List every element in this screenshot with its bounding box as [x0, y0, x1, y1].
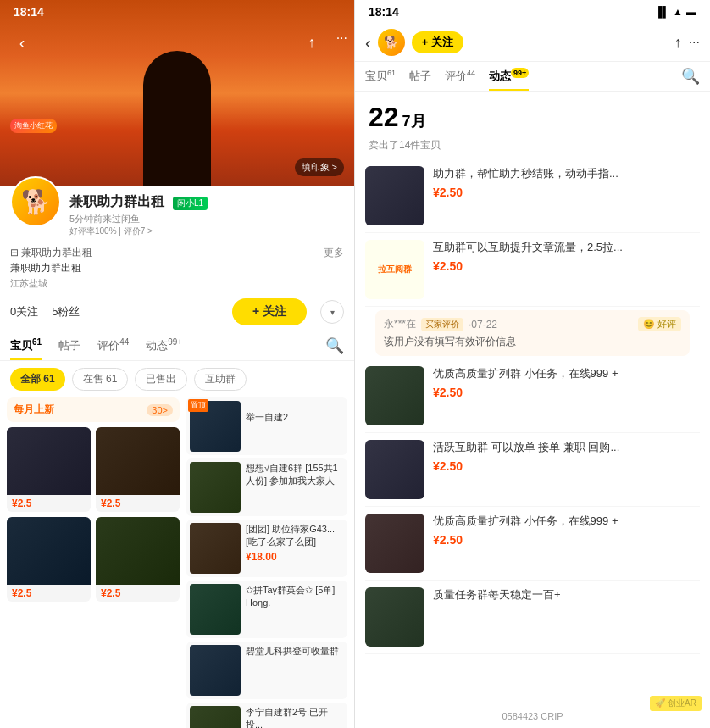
list-item[interactable]: 李宁自建群2号,已开投...: [186, 703, 347, 728]
back-button[interactable]: ‹: [10, 31, 34, 54]
battery-icon: ▬: [686, 6, 696, 18]
products-right: 置顶 举一自建2 想想√自建6群 [155共1人份] 参加加我大家人 [团团] …: [186, 397, 347, 728]
product-card[interactable]: ¥2.5: [7, 427, 91, 512]
product-info: 李宁自建群2号,已开投...: [246, 706, 344, 728]
good-tag: 😊 好评: [638, 317, 681, 331]
product-title: 举一自建2: [246, 401, 344, 423]
back-button[interactable]: ‹: [365, 33, 371, 53]
right-product-list: 置顶 举一自建2 想想√自建6群 [155共1人份] 参加加我大家人 [团团] …: [186, 397, 347, 728]
product-price: ¥2.5: [96, 495, 180, 512]
list-item[interactable]: 助力群，帮忙助力秒结账，动动手指... ¥2.50: [365, 159, 700, 233]
activity-title: 优质高质量扩列群 小任务，在线999 +: [433, 366, 700, 381]
list-item[interactable]: 优质高质量扩列群 小任务，在线999 + ¥2.50: [365, 359, 700, 433]
search-icon[interactable]: 🔍: [681, 67, 700, 86]
product-thumb: [7, 427, 91, 495]
sold-label: 卖出了14件宝贝: [355, 136, 710, 159]
tab-reviews[interactable]: 评价44: [445, 62, 475, 91]
more-link[interactable]: 更多: [324, 246, 344, 260]
product-thumbnail: [190, 584, 241, 635]
product-info: [团团] 助位待家G43... [吃了么家了么团] ¥18.00: [246, 523, 344, 574]
filter-sold[interactable]: 已售出: [135, 368, 187, 391]
list-item[interactable]: 活跃互助群 可以放单 接单 兼职 回购... ¥2.50: [365, 433, 700, 507]
product-title: 李宁自建群2号,已开投...: [246, 706, 344, 728]
tab-activity[interactable]: 动态99+: [489, 62, 529, 91]
tab-reviews[interactable]: 评价44: [97, 331, 129, 360]
activity-list: 助力群，帮忙助力秒结账，动动手指... ¥2.50 拉互阅群 互助群可以互助提升…: [355, 159, 710, 654]
date-heading: 22 7月: [355, 92, 710, 136]
tab-posts[interactable]: 帖子: [58, 331, 80, 360]
monthly-text: 每月上新: [14, 403, 54, 417]
products-area: 每月上新 30> ¥2.5 ¥2.5 ¥2.5 ¥2.5: [0, 397, 354, 728]
product-card[interactable]: ¥2.5: [96, 517, 180, 602]
filter-mutual[interactable]: 互助群: [194, 368, 247, 391]
product-title: 想想√自建6群 [155共1人份] 参加加我大家人: [246, 462, 344, 486]
date-number: 22: [369, 102, 399, 133]
tab-products[interactable]: 宝贝61: [10, 331, 42, 360]
products-left: 每月上新 30> ¥2.5 ¥2.5 ¥2.5 ¥2.5: [7, 397, 180, 728]
wifi-icon: ▲: [673, 6, 683, 18]
review-user: 永***在: [384, 317, 416, 331]
watermark: 🚀 创业AR: [650, 696, 702, 711]
list-item[interactable]: 优质高质量扩列群 小任务，在线999 + ¥2.50: [365, 507, 700, 581]
activity-content: 优质高质量扩列群 小任务，在线999 + ¥2.50: [433, 366, 700, 425]
filter-on-sale[interactable]: 在售 61: [72, 368, 129, 391]
avatar-icon: 🐕: [21, 188, 51, 216]
product-price: ¥18.00: [246, 551, 344, 563]
list-item[interactable]: 想想√自建6群 [155共1人份] 参加加我大家人: [186, 458, 347, 516]
activity-price: ¥2.50: [433, 459, 700, 473]
product-thumb: [96, 427, 180, 495]
activity-thumbnail: [365, 166, 424, 225]
list-item[interactable]: ✩拼Taγ群英会✩ [5单] Hoηg.: [186, 581, 347, 638]
hero-image: 淘鱼小红花 ‹ ↑ ··· 填印象 >: [0, 0, 354, 186]
dropdown-button[interactable]: ▾: [320, 300, 344, 324]
follow-button-small[interactable]: + 关注: [412, 31, 463, 53]
status-icons: ▐▌ ▲ ▬: [655, 6, 696, 18]
tab-products[interactable]: 宝贝61: [365, 62, 396, 91]
right-panel: 18:14 ▐▌ ▲ ▬ ‹ 🐕 + 关注 ↑ ··· 宝贝61 帖子 评价44…: [355, 0, 710, 728]
tab-activity[interactable]: 动态99+: [146, 331, 182, 360]
product-info: 碧堂儿科拱登可收量群: [246, 645, 344, 696]
filter-all[interactable]: 全部 61: [10, 368, 65, 391]
product-card[interactable]: ¥2.5: [7, 517, 91, 602]
shop-desc-subtitle: 兼职助力群出租: [10, 261, 344, 275]
left-panel: 18:14 淘鱼小红花 ‹ ↑ ··· 填印象 > 🐕 兼职助力群出租 闲小L1…: [0, 0, 355, 728]
share-button[interactable]: ↑: [674, 34, 682, 52]
product-info: 想想√自建6群 [155共1人份] 参加加我大家人: [246, 462, 344, 513]
list-item[interactable]: 置顶 举一自建2: [186, 397, 347, 455]
tab-posts[interactable]: 帖子: [409, 62, 431, 91]
activity-title: 互助群可以互助提升文章流量，2.5拉...: [433, 240, 700, 255]
list-item[interactable]: 拉互阅群 互助群可以互助提升文章流量，2.5拉... ¥2.50: [365, 233, 700, 307]
profile-time: 5分钟前来过闲鱼: [69, 214, 140, 224]
product-thumbnail: [190, 645, 241, 696]
activity-thumbnail: [365, 514, 424, 573]
monthly-count[interactable]: 30>: [147, 404, 173, 416]
more-button[interactable]: ···: [336, 31, 347, 46]
activity-price: ¥2.50: [433, 186, 700, 199]
small-red-flower: 淘鱼小红花: [10, 119, 57, 133]
product-price: ¥2.5: [96, 585, 180, 602]
follow-button[interactable]: + 关注: [232, 298, 307, 325]
activity-thumbnail: [365, 366, 424, 425]
status-time-right: 18:14: [369, 5, 399, 19]
signal-icon: ▐▌: [655, 6, 669, 18]
profile-section: 🐕 兼职助力群出租 闲小L1 5分钟前来过闲鱼 好评率100% | 评价7 >: [0, 186, 354, 242]
share-button[interactable]: ↑: [300, 31, 324, 54]
activity-title: 优质高质量扩列群 小任务，在线999 +: [433, 514, 700, 529]
nav-avatar: 🐕: [378, 29, 405, 56]
activity-content: 优质高质量扩列群 小任务，在线999 + ¥2.50: [433, 514, 700, 573]
product-info: 置顶 举一自建2: [246, 401, 344, 452]
list-item[interactable]: 质量任务群每天稳定一百+: [365, 581, 700, 654]
search-icon[interactable]: 🔍: [325, 336, 344, 355]
more-button[interactable]: ···: [689, 35, 700, 50]
list-item[interactable]: 碧堂儿科拱登可收量群: [186, 642, 347, 699]
list-item[interactable]: [团团] 助位待家G43... [吃了么家了么团] ¥18.00: [186, 520, 347, 577]
fans-count: 5粉丝: [52, 304, 80, 320]
activity-content: 活跃互助群 可以放单 接单 兼职 回购... ¥2.50: [433, 440, 700, 499]
activity-title: 活跃互助群 可以放单 接单 兼职 回购...: [433, 440, 700, 455]
product-thumbnail: [190, 523, 241, 574]
review-date: ·07-22: [469, 319, 497, 331]
follow-section: 0关注 5粉丝 + 关注 ▾: [0, 293, 354, 331]
product-card[interactable]: ¥2.5: [96, 427, 180, 512]
product-price: ¥2.5: [7, 585, 91, 602]
fill-badge[interactable]: 填印象 >: [295, 158, 344, 176]
